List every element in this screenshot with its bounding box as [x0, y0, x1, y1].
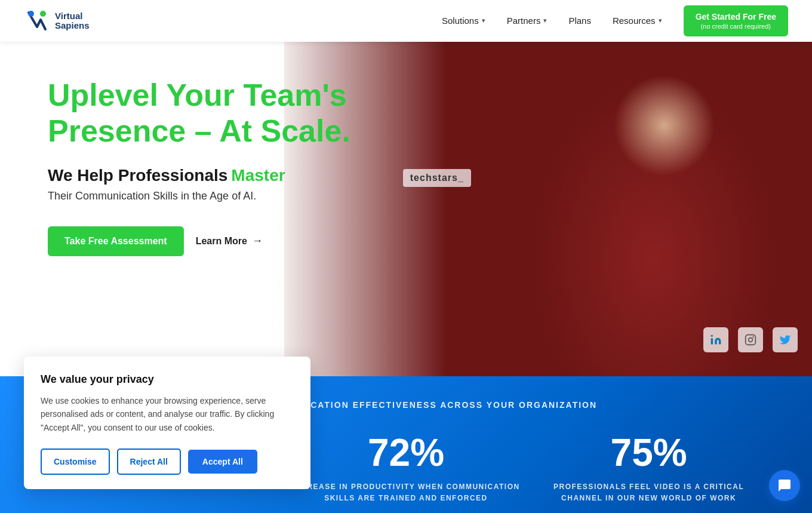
linkedin-icon[interactable] — [703, 327, 728, 352]
svg-point-0 — [28, 11, 34, 17]
chevron-down-icon: ▾ — [543, 17, 547, 24]
stat-item-75: 75% PROFESSIONALS FEEL VIDEO IS A CRITIC… — [533, 434, 764, 504]
customise-button[interactable]: Customise — [41, 449, 110, 475]
chevron-down-icon: ▾ — [659, 17, 662, 24]
take-assessment-button[interactable]: Take Free Assessment — [48, 226, 184, 256]
svg-point-1 — [40, 11, 46, 17]
svg-rect-3 — [746, 335, 756, 345]
navbar: Virtual Sapiens Solutions ▾ Partners ▾ P… — [0, 0, 812, 42]
hero-section: techstars_ Uplevel Your Team's Presence … — [0, 42, 812, 376]
logo-line2: Sapiens — [55, 21, 90, 31]
stat-number-75: 75% — [533, 434, 764, 472]
arrow-right-icon: → — [252, 235, 263, 247]
stat-number-72: 72% — [291, 434, 522, 472]
nav-item-resources[interactable]: Resources ▾ — [613, 16, 662, 26]
twitter-icon[interactable] — [773, 327, 798, 352]
chat-button[interactable] — [769, 470, 800, 501]
hero-content: Uplevel Your Team's Presence – At Scale.… — [0, 42, 370, 256]
cookie-buttons: Customise Reject All Accept All — [41, 449, 294, 475]
techstars-badge: techstars_ — [403, 169, 471, 187]
nav-item-partners[interactable]: Partners ▾ — [507, 16, 548, 26]
social-icons — [703, 327, 798, 352]
nav-item-solutions[interactable]: Solutions ▾ — [442, 16, 485, 26]
nav-item-plans[interactable]: Plans — [568, 16, 591, 26]
hero-body: Their Communication Skills in the Age of… — [48, 190, 370, 202]
logo-text: Virtual Sapiens — [55, 11, 90, 31]
get-started-button[interactable]: Get Started For Free (no credit card req… — [684, 5, 788, 36]
hero-sub-heading: We Help Professionals Master — [48, 166, 370, 185]
instagram-icon[interactable] — [738, 327, 763, 352]
stat-desc-75: PROFESSIONALS FEEL VIDEO IS A CRITICAL C… — [533, 481, 764, 504]
hero-heading: Uplevel Your Team's Presence – At Scale. — [48, 78, 370, 149]
svg-point-2 — [711, 335, 713, 337]
cookie-banner: We value your privacy We use cookies to … — [24, 357, 310, 489]
reject-all-button[interactable]: Reject All — [117, 449, 181, 475]
cookie-title: We value your privacy — [41, 373, 294, 386]
logo[interactable]: Virtual Sapiens — [24, 8, 90, 34]
chevron-down-icon: ▾ — [482, 17, 485, 24]
learn-more-link[interactable]: Learn More → — [196, 235, 263, 247]
accept-all-button[interactable]: Accept All — [188, 450, 257, 474]
nav-links: Solutions ▾ Partners ▾ Plans Resources ▾… — [442, 5, 788, 36]
svg-point-5 — [753, 337, 753, 337]
hero-buttons: Take Free Assessment Learn More → — [48, 226, 370, 256]
svg-point-4 — [749, 338, 753, 342]
stat-item-72: 72% INCREASE IN PRODUCTIVITY WHEN COMMUN… — [291, 434, 522, 504]
logo-line1: Virtual — [55, 11, 90, 21]
stat-desc-72: INCREASE IN PRODUCTIVITY WHEN COMMUNICAT… — [291, 481, 522, 504]
cookie-text: We use cookies to enhance your browsing … — [41, 394, 294, 434]
